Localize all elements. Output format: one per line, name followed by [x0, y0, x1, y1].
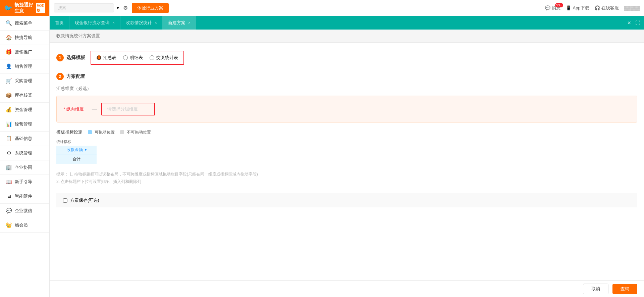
- chevron-down-icon: ▾: [85, 148, 87, 152]
- indicator-header-row[interactable]: 收款金额 ▾: [56, 146, 97, 154]
- sidebar-label-sales: 销售管理: [15, 63, 32, 69]
- gear-icon: ⚙: [5, 150, 12, 156]
- indicator-title: 模板指标设定: [56, 129, 83, 135]
- tab-close-all-btn[interactable]: ✕: [627, 20, 631, 26]
- tab-bank[interactable]: 现金银行流水查询 ×: [69, 16, 120, 30]
- dimension-area: * 纵向维度 — 请选择分组维度: [56, 96, 637, 122]
- option-detail[interactable]: 明细表: [123, 55, 143, 61]
- dimension-arrow: —: [92, 106, 97, 112]
- option-summary[interactable]: 汇总表: [97, 55, 116, 61]
- sidebar-item-sales[interactable]: 👤 销售管理: [0, 59, 49, 74]
- option-cross[interactable]: 交叉统计表: [150, 55, 178, 61]
- industry-plan-button[interactable]: 体验行业方案: [132, 3, 169, 13]
- template-options: 汇总表 明细表 交叉统计表: [97, 55, 178, 61]
- chat-icon: 💬: [5, 208, 12, 214]
- cart-icon: 🛒: [5, 78, 12, 84]
- sidebar-item-nav[interactable]: 🏠 快捷导航: [0, 31, 49, 45]
- tab-new-plan-close[interactable]: ×: [188, 20, 191, 25]
- dimension-select[interactable]: 请选择分组维度: [101, 103, 155, 115]
- indicator-sum-label: 合计: [72, 157, 80, 161]
- indicator-col-name: 收款金额: [67, 147, 83, 153]
- option-summary-label: 汇总表: [103, 55, 116, 61]
- radio-summary[interactable]: [97, 55, 101, 60]
- sidebar-item-system[interactable]: ⚙ 系统管理: [0, 146, 49, 160]
- tab-collection[interactable]: 收款情况统计 ×: [120, 16, 163, 30]
- dimension-title-text: 汇总维度（必选）: [56, 86, 91, 91]
- fixed-label: 不可拖动位置: [127, 130, 151, 135]
- save-label: 方案保存(可选): [70, 197, 99, 203]
- app-logo: 🐦 畅捷通好生意 标准版: [0, 0, 49, 16]
- tab-new-plan[interactable]: 新建方案 ×: [163, 16, 196, 30]
- tab-bank-close[interactable]: ×: [112, 20, 115, 25]
- money-icon: 💰: [5, 107, 12, 113]
- breadcrumb: 收款情况统计方案设置: [56, 33, 100, 38]
- message-icon: 💬: [545, 5, 550, 10]
- gift-icon: 🎁: [5, 49, 12, 55]
- indicator-header: 模板指标设定 可拖动位置 不可拖动位置: [56, 129, 637, 135]
- sidebar-item-operation[interactable]: 📊 经营管理: [0, 117, 49, 132]
- notification-badge: 99+: [555, 3, 564, 7]
- step1-title: 选择模板: [66, 55, 85, 61]
- sidebar-label-inventory: 库存核算: [15, 92, 32, 98]
- tab-maximize-btn[interactable]: ⛶: [635, 20, 640, 26]
- sidebar-item-marketing[interactable]: 🎁 营销推广: [0, 45, 49, 59]
- sidebar-item-basic[interactable]: 📋 基础信息: [0, 132, 49, 146]
- indicator-settings: 模板指标设定 可拖动位置 不可拖动位置 统计指标 收款金: [56, 129, 637, 164]
- sidebar-label-capital: 资金管理: [15, 107, 32, 113]
- header: 搜索 ▾ ⚙ 体验行业方案 💬 消息 99+ 📱 App下载 🎧 在线客服 ▓▓…: [50, 0, 644, 16]
- sidebar-label-nav: 快捷导航: [15, 35, 32, 41]
- person-icon: 👤: [5, 63, 12, 69]
- header-search-box[interactable]: 搜索: [54, 3, 114, 12]
- sidebar-item-purchase[interactable]: 🛒 采购管理: [0, 74, 49, 88]
- search-icon: 🔍: [5, 20, 12, 26]
- download-btn[interactable]: 📱 App下载: [566, 5, 589, 11]
- download-icon: 📱: [566, 5, 571, 10]
- sidebar-item-capital[interactable]: 💰 资金管理: [0, 103, 49, 117]
- sidebar-item-company[interactable]: 🏢 企业协同: [0, 160, 49, 175]
- sidebar-label-system: 系统管理: [15, 150, 32, 156]
- sidebar-label-wechat: 企业微信: [15, 208, 32, 214]
- header-right: 💬 消息 99+ 📱 App下载 🎧 在线客服 ▓▓▓▓▓: [545, 5, 640, 11]
- tab-actions: ✕ ⛶: [619, 16, 644, 30]
- sidebar-item-hardware[interactable]: 🖥 智能硬件: [0, 189, 49, 204]
- dimension-row: * 纵向维度 — 请选择分组维度: [63, 103, 630, 115]
- row-dimension-label: * 纵向维度: [63, 106, 84, 112]
- support-btn[interactable]: 🎧 在线客服: [595, 5, 619, 11]
- radio-cross[interactable]: [150, 55, 154, 60]
- header-settings-icon[interactable]: ⚙: [123, 5, 128, 11]
- tab-new-plan-label: 新建方案: [168, 20, 185, 26]
- sidebar-item-member[interactable]: 👑 畅会员: [0, 218, 49, 233]
- sidebar-label-operation: 经营管理: [15, 121, 32, 127]
- save-checkbox[interactable]: [63, 198, 67, 203]
- sidebar-label-purchase: 采购管理: [15, 78, 32, 84]
- sidebar-label-hardware: 智能硬件: [15, 193, 32, 199]
- sidebar-item-search[interactable]: 🔍 搜索菜单: [0, 16, 49, 31]
- radio-detail[interactable]: [123, 55, 128, 60]
- monitor-icon: 🖥: [5, 194, 12, 199]
- sidebar: 🐦 畅捷通好生意 标准版 🔍 搜索菜单 🏠 快捷导航 🎁 营销推广 👤 销售管理…: [0, 0, 50, 297]
- chart-icon: 📊: [5, 121, 12, 127]
- user-avatar[interactable]: ▓▓▓▓▓: [624, 5, 640, 10]
- draggable-badge: [88, 130, 92, 134]
- sidebar-label-company: 企业协同: [15, 164, 32, 170]
- tabs-bar: 首页 现金银行流水查询 × 收款情况统计 × 新建方案 × ✕ ⛶: [50, 16, 644, 30]
- drag-legend-fixed: 不可拖动位置: [120, 130, 151, 135]
- sidebar-item-guide[interactable]: 📖 新手引导: [0, 175, 49, 189]
- tab-collection-close[interactable]: ×: [155, 20, 157, 25]
- query-button[interactable]: 查询: [612, 284, 637, 294]
- tab-home-label: 首页: [55, 20, 64, 26]
- sidebar-label-member: 畅会员: [15, 222, 28, 228]
- sidebar-item-inventory[interactable]: 📦 库存核算: [0, 88, 49, 103]
- step2-section: 2 方案配置 汇总维度（必选） * 纵向维度 — 请选择分组维度: [56, 73, 637, 185]
- dimension-select-placeholder: 请选择分组维度: [107, 106, 138, 111]
- tab-home[interactable]: 首页: [50, 16, 69, 30]
- cancel-button[interactable]: 取消: [583, 284, 608, 294]
- sidebar-item-wechat[interactable]: 💬 企业微信: [0, 204, 49, 218]
- step2-title: 方案配置: [66, 73, 85, 80]
- notification-btn[interactable]: 💬 消息 99+: [545, 5, 560, 11]
- stat-indicator-label: 统计指标: [56, 139, 97, 144]
- tab-collection-label: 收款情况统计: [126, 20, 152, 26]
- logo-icon: 🐦: [4, 4, 12, 12]
- header-dropdown-btn[interactable]: ▾: [117, 5, 119, 10]
- page-header: 收款情况统计方案设置: [50, 30, 644, 43]
